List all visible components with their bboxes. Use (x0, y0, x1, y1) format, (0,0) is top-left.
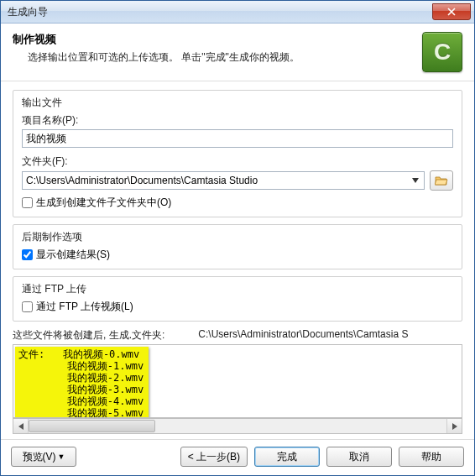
horizontal-scrollbar[interactable] (13, 418, 462, 434)
project-name-label: 项目名称(P): (22, 113, 453, 128)
body: 输出文件 项目名称(P): 文件夹(F): C:\Users\Administr… (1, 81, 474, 439)
chevron-down-icon: ▼ (58, 452, 65, 461)
subfolder-checkbox-label: 生成到创建文件子文件夹中(O) (36, 196, 171, 210)
scroll-right-button[interactable] (446, 419, 462, 433)
show-results-label: 显示创建结果(S) (36, 248, 110, 262)
ftp-upload-label: 通过 FTP 上传视频(L) (36, 300, 133, 314)
close-icon (447, 8, 456, 16)
help-button[interactable]: 帮助 (399, 447, 464, 467)
output-group: 输出文件 项目名称(P): 文件夹(F): C:\Users\Administr… (13, 90, 462, 217)
page-subtitle: 选择输出位置和可选的上传选项。 单击"完成"生成你的视频。 (13, 50, 422, 65)
summary-label: 这些文件将被创建后, 生成.文件夹: (13, 328, 164, 343)
post-group-title: 后期制作选项 (22, 230, 453, 244)
header: 制作视频 选择输出位置和可选的上传选项。 单击"完成"生成你的视频。 C (1, 24, 474, 81)
summary-area: 这些文件将被创建后, 生成.文件夹: C:\Users\Administrato… (13, 328, 462, 434)
scroll-track[interactable] (29, 419, 446, 433)
subfolder-checkbox[interactable] (22, 197, 33, 208)
back-button[interactable]: < 上一步(B) (180, 447, 248, 467)
window-title: 生成向导 (8, 5, 432, 19)
wizard-window: 生成向导 制作视频 选择输出位置和可选的上传选项。 单击"完成"生成你的视频。 … (0, 0, 475, 476)
scroll-left-button[interactable] (13, 419, 29, 433)
preview-button-label: 预览(V) (23, 450, 56, 464)
chevron-down-icon (409, 174, 422, 187)
finish-button[interactable]: 完成 (254, 447, 320, 467)
project-name-input[interactable] (22, 129, 453, 148)
header-text: 制作视频 选择输出位置和可选的上传选项。 单击"完成"生成你的视频。 (13, 32, 422, 65)
summary-line: 这些文件将被创建后, 生成.文件夹: C:\Users\Administrato… (13, 328, 462, 343)
folder-row: C:\Users\Administrator\Documents\Camtasi… (22, 170, 453, 191)
app-logo: C (422, 32, 462, 72)
browse-folder-button[interactable] (430, 170, 453, 191)
help-button-label: 帮助 (421, 450, 441, 464)
preview-button[interactable]: 预览(V) ▼ (11, 447, 76, 467)
folder-combobox[interactable]: C:\Users\Administrator\Documents\Camtasi… (22, 171, 425, 190)
app-logo-letter: C (434, 39, 451, 65)
file-list: 文件: 我的视频-0.wmv 我的视频-1.wmv 我的视频-2.wmv 我的视… (13, 344, 462, 418)
post-production-group: 后期制作选项 显示创建结果(S) (13, 224, 462, 269)
cancel-button[interactable]: 取消 (326, 447, 392, 467)
close-button[interactable] (432, 3, 471, 20)
back-button-label: < 上一步(B) (188, 450, 240, 464)
footer: 预览(V) ▼ < 上一步(B) 完成 取消 帮助 (1, 439, 474, 475)
show-results-checkbox[interactable] (22, 249, 33, 260)
finish-button-label: 完成 (277, 450, 297, 464)
folder-open-icon (435, 175, 448, 186)
titlebar: 生成向导 (1, 1, 474, 24)
scroll-thumb[interactable] (29, 420, 155, 432)
ftp-group: 通过 FTP 上传 通过 FTP 上传视频(L) (13, 276, 462, 322)
show-results-checkbox-row[interactable]: 显示创建结果(S) (22, 248, 453, 262)
page-title: 制作视频 (13, 32, 422, 47)
ftp-group-title: 通过 FTP 上传 (22, 282, 453, 296)
cancel-button-label: 取消 (349, 450, 369, 464)
ftp-upload-checkbox[interactable] (22, 301, 33, 312)
output-group-title: 输出文件 (22, 96, 453, 110)
summary-path: C:\Users\Administrator\Documents\Camtasi… (198, 328, 462, 343)
ftp-upload-checkbox-row[interactable]: 通过 FTP 上传视频(L) (22, 300, 453, 314)
folder-label: 文件夹(F): (22, 154, 453, 169)
file-list-highlight: 文件: 我的视频-0.wmv 我的视频-1.wmv 我的视频-2.wmv 我的视… (15, 347, 149, 418)
folder-value: C:\Users\Administrator\Documents\Camtasi… (26, 175, 258, 186)
subfolder-checkbox-row[interactable]: 生成到创建文件子文件夹中(O) (22, 196, 453, 210)
